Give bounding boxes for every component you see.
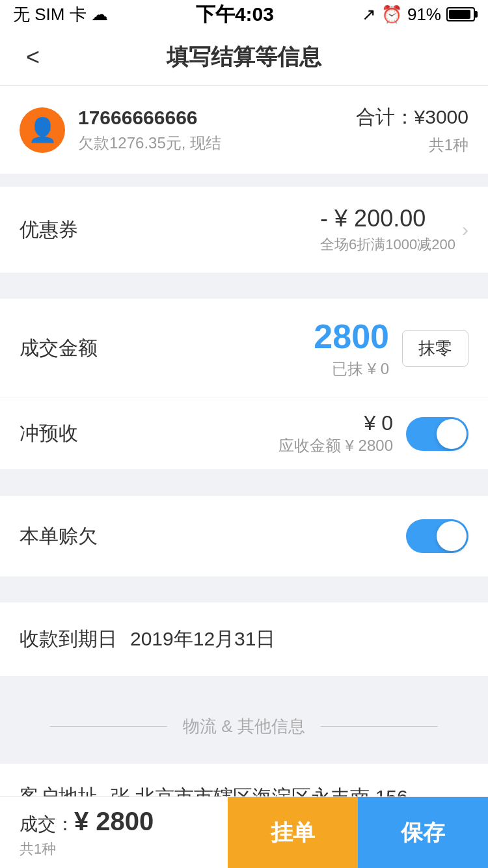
deal-amount-label: 成交金额 <box>20 335 98 362</box>
coupon-discount: - ¥ 200.00 <box>320 205 455 232</box>
deal-amount-sub: 已抹 ¥ 0 <box>314 359 389 379</box>
chong-yushou-row: 冲预收 ¥ 0 应收金额 ¥ 2800 <box>0 398 488 470</box>
bottom-deal-amount: ¥ 2800 <box>74 807 154 835</box>
chong-amount-block: ¥ 0 应收金额 ¥ 2800 <box>278 411 393 456</box>
user-icon: 👤 <box>28 116 57 144</box>
customer-sub: 欠款1276.35元, 现结 <box>78 133 356 154</box>
save-button[interactable]: 保存 <box>358 797 488 869</box>
back-button[interactable]: < <box>20 37 46 77</box>
round-button[interactable]: 抹零 <box>402 330 468 367</box>
duedate-label: 收款到期日 <box>20 626 117 653</box>
coupon-label: 优惠券 <box>20 217 78 243</box>
customer-total: 合计：¥3000 共1种 <box>356 104 468 156</box>
avatar: 👤 <box>20 107 65 153</box>
deal-amount-value: 2800 <box>314 317 389 356</box>
customer-card: 👤 17666666666 欠款1276.35元, 现结 合计：¥3000 共1… <box>0 86 488 174</box>
logistics-label: 物流 & 其他信息 <box>183 716 305 736</box>
debt-toggle-knob <box>437 521 467 551</box>
chong-amount: ¥ 0 <box>278 411 393 435</box>
hang-button[interactable]: 挂单 <box>228 797 358 869</box>
sim-text: 无 SIM 卡 ☁ <box>13 3 108 26</box>
status-time: 下午4:03 <box>196 1 274 28</box>
duedate-value: 2019年12月31日 <box>130 626 275 653</box>
bottom-deal-sub: 共1种 <box>20 839 208 859</box>
chong-right: ¥ 0 应收金额 ¥ 2800 <box>278 411 468 456</box>
debt-row: 本单赊欠 <box>0 496 488 576</box>
section-divider-1 <box>0 286 488 299</box>
total-amount: 合计：¥3000 <box>356 104 468 131</box>
bottom-deal-label: 成交：¥ 2800 <box>20 807 208 837</box>
page-title: 填写结算等信息 <box>167 42 321 72</box>
deal-amount-row: 成交金额 2800 已抹 ¥ 0 抹零 <box>0 299 488 398</box>
battery-icon <box>446 7 475 21</box>
chong-label: 冲预收 <box>20 420 78 447</box>
main-content: 👤 17666666666 欠款1276.35元, 现结 合计：¥3000 共1… <box>0 86 488 868</box>
coupon-right: - ¥ 200.00 全场6折满1000减200 › <box>320 205 468 254</box>
duedate-row: 收款到期日 2019年12月31日 <box>0 603 488 676</box>
bottom-summary: 成交：¥ 2800 共1种 <box>0 807 228 859</box>
status-left: 无 SIM 卡 ☁ <box>13 3 108 26</box>
status-right: ↗ ⏰ 91% <box>362 5 475 25</box>
chevron-right-icon: › <box>462 219 468 241</box>
coupon-row[interactable]: 优惠券 - ¥ 200.00 全场6折满1000减200 › <box>0 187 488 273</box>
deal-amount-section: 成交金额 2800 已抹 ¥ 0 抹零 冲预收 ¥ 0 应收金额 ¥ 2800 <box>0 299 488 470</box>
location-icon: ↗ <box>362 5 376 25</box>
status-bar: 无 SIM 卡 ☁ 下午4:03 ↗ ⏰ 91% <box>0 0 488 29</box>
coupon-desc: 全场6折满1000减200 <box>320 235 455 254</box>
section-divider-5 <box>0 751 488 764</box>
toggle-knob <box>437 419 467 449</box>
section-divider-2 <box>0 483 488 496</box>
section-divider-3 <box>0 590 488 603</box>
deal-amount-right: 2800 已抹 ¥ 0 抹零 <box>314 317 468 379</box>
logistics-divider: 物流 & 其他信息 <box>0 702 488 751</box>
section-divider-4 <box>0 689 488 702</box>
total-sub: 共1种 <box>356 135 468 156</box>
chong-toggle[interactable] <box>406 417 468 451</box>
chong-sub: 应收金额 ¥ 2800 <box>278 435 393 456</box>
nav-bar: < 填写结算等信息 <box>0 29 488 86</box>
debt-toggle[interactable] <box>406 519 468 553</box>
alarm-icon: ⏰ <box>381 5 402 25</box>
bottom-bar: 成交：¥ 2800 共1种 挂单 保存 <box>0 796 488 868</box>
customer-info: 17666666666 欠款1276.35元, 现结 <box>78 107 356 154</box>
customer-phone: 17666666666 <box>78 107 356 129</box>
debt-label: 本单赊欠 <box>20 523 98 550</box>
battery-percent: 91% <box>407 5 441 25</box>
